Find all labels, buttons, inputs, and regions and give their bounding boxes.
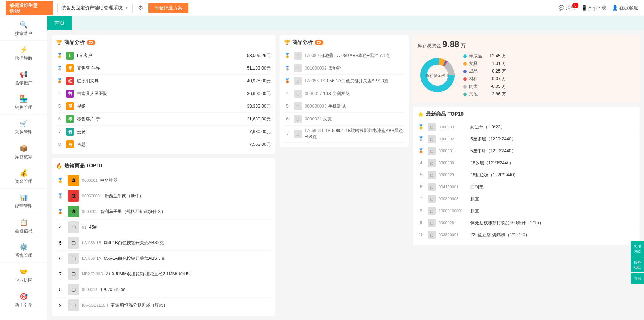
sidebar-item-inventory[interactable]: 📦库存核算 [0,139,47,164]
sidebar-label-guide: 新手引导 [15,302,32,308]
online-service-button[interactable]: 👤 在线客服 [612,5,638,11]
hot-product-code: LA-056-1A [82,256,101,260]
finance-icon: 💰 [20,169,28,177]
hot-product-item: 6 ▢ LA-056-1A 056-1A白色按键开关盖ABS 3克 [56,251,271,266]
app-download-button[interactable]: 📱 App下载 [581,5,606,11]
new-product-rank: 🥈 [417,136,425,141]
product-code-name: LA-056-1A056-1A白色按键开关盖ABS 3克 [305,78,404,84]
legend-item: 成品 0.25 万 [463,67,506,75]
trial-button[interactable]: 体验行业方案 [148,3,188,13]
new-product-item: 10 ▢ 003800001 22g鱼豆腐-烧烤味（1*12*20） [417,229,635,241]
hot-product-code: 0000002 [82,209,98,214]
legend-value: -3.86 万 [484,91,506,97]
sidebar-item-coop[interactable]: 🤝企业协同 [0,263,47,287]
product-rank-num: 5 [284,104,291,109]
rank-name: 苦南县人民医院 [77,91,244,97]
rank-number: 🥈 [56,66,63,71]
new-product-name: 18颗粒板（1220*2440） [470,172,635,178]
hot-product-info: LA-056-1B 056-1B白色按键开关壳ABS2克 [82,240,164,246]
new-product-code: 0000029 [439,173,468,177]
product-ranking-item: 🥉 ▢ LA-056-1A056-1A白色按键开关盖ABS 3克 [284,75,404,87]
system-selector[interactable]: 装备及固定资产辅助管理系统 ▼ [57,3,133,13]
sidebar-item-finance[interactable]: 💰资金管理 [0,164,47,189]
hot-product-info: 000500001 新西兰牛肉（新牛） [82,193,144,199]
legend-dot [463,70,467,73]
rank-number: 5 [56,104,63,109]
rank-avatar: 红 [66,77,74,85]
settings-icon[interactable]: ⚙ [135,3,146,13]
new-product-name: 封边带（1.0*22） [470,124,635,130]
hot-product-name: 056-1A白色按键开关盖ABS 3克 [104,256,165,261]
rank-avatar: 云 [66,128,74,136]
hot-rank-num: 9 [56,303,65,308]
legend-label: 成品 [469,68,482,74]
sidebar-item-system[interactable]: ⚙️系统管理 [0,238,47,263]
new-product-rank: 9 [417,220,425,225]
sales-icon: 🏪 [20,95,28,103]
legend-item: 文具 1.01 万 [463,60,506,67]
product-rank-num: 🥈 [284,66,291,71]
hot-product-img: 🖼 [68,175,79,186]
sidebar-item-operations[interactable]: 📊经营管理 [0,189,47,213]
hot-rank-num: 4 [56,225,65,230]
legend-value: -0.05 万 [484,83,506,90]
rank-avatar: 零 [66,115,74,123]
messages-button[interactable]: 💬 消息 6 [559,5,575,11]
donut-chart-area: 库存资金占比 半成品 12.45 万 文具 1.01 万 成品 0.25 万 材… [417,52,635,98]
sidebar-item-sales[interactable]: 🏪销售管理 [0,90,47,115]
product-ranking-title: 🏆 商品分析 22 [284,39,404,46]
rank-amount: 53,006.26元 [247,53,270,59]
new-product-icon: ▢ [428,183,436,191]
rank-name: 零售客户-许 [77,65,244,71]
svg-text:库存资金占比: 库存资金占比 [425,73,449,78]
logo-main-text: 畅捷通好生意 [9,2,38,9]
hot-products-card: 🔥 热销商品 TOP10 🥇 🖼 0000001 中华神器 🥈 🖼 000500… [52,158,275,316]
new-product-rank: 10 [417,232,425,237]
new-product-code: 004100001 [439,185,468,189]
hot-product-item: 🥈 🖼 000500001 新西兰牛肉（新牛） [56,188,271,204]
float-live-btn[interactable]: 直播 [631,273,644,284]
inventory-legend: 半成品 12.45 万 文具 1.01 万 成品 0.25 万 材料 0.07 … [463,52,506,98]
nav-tabs: 首页 [47,16,644,30]
new-product-name: 5厘多层（1220*2440） [470,136,635,142]
hot-product-info: 0000011 12070519-xs [82,287,126,292]
rank-amount: 36,600.00元 [247,91,270,97]
service-icon: 👤 [612,5,618,11]
product-code-name: 001000002雪地靴 [305,65,404,71]
sidebar-label-search: 搜索菜单 [15,30,32,37]
operations-icon: 📊 [20,194,28,202]
sidebar-item-guide[interactable]: 🎯新手引导 [0,287,47,312]
rank-amount: 40,925.00元 [247,78,270,84]
sidebar-item-marketing[interactable]: 📢营销推广 [0,65,47,90]
sidebar-item-search[interactable]: 🔍搜索菜单 [0,16,47,41]
sidebar-item-purchase[interactable]: 🛒采购管理 [0,115,47,139]
tab-home[interactable]: 首页 [47,16,72,30]
topbar-system: 装备及固定资产辅助管理系统 ▼ ⚙ 体验行业方案 [57,3,554,13]
rank-name: 云扬 [77,129,246,135]
product-ranking-list: 🥇 ▢ LA-089电池盖 LA-089 ABS本色+黑种 7.1克 🥈 ▢ 0… [284,49,404,143]
sidebar-item-nav[interactable]: ⚡快捷导航 [0,41,47,65]
hot-product-item: 🥉 🖼 0000002 智利车子里（规格不知道填什么） [56,204,271,220]
product-img-placeholder: ▢ [294,90,302,98]
hot-rank-num: 8 [56,287,65,292]
float-community-btn[interactable]: 服务社区 [631,257,644,272]
sidebar-item-base[interactable]: 📋基础信息 [0,213,47,238]
new-product-item: 7 ▢ 000800008 原重 [417,193,635,205]
hot-product-img: ▢ [68,221,79,233]
hot-product-img: ▢ [68,268,79,280]
message-icon: 💬 [559,5,564,11]
new-product-name: 5厘中纤（1220*2440） [470,148,635,154]
product-img-placeholder: ▢ [294,64,302,72]
new-products-card: ⭐ 最新商品 TOP10 🥇 ▢ 0000033 封边带（1.0*22） 🥈 ▢… [413,107,640,245]
sidebar-label-finance: 资金管理 [15,179,32,185]
rank-name: LS 客户 [77,53,244,59]
legend-item: 肉类 -0.05 万 [463,83,506,90]
sidebar-label-base: 基础信息 [15,228,32,234]
new-product-rank: 7 [417,196,425,201]
base-icon: 📋 [20,218,28,226]
hot-product-item: 7 ▢ NB2.0X30B 2.0X30MM双搓花轴.搓花直径2.1MM/ROH… [56,266,271,282]
legend-dot [463,85,467,89]
new-product-item: 5 ▢ 0000029 18颗粒板（1220*2440） [417,169,635,181]
float-service-btn[interactable]: 客服热线 [631,241,644,257]
sales-ranking-label: 商品分析 [64,39,85,46]
